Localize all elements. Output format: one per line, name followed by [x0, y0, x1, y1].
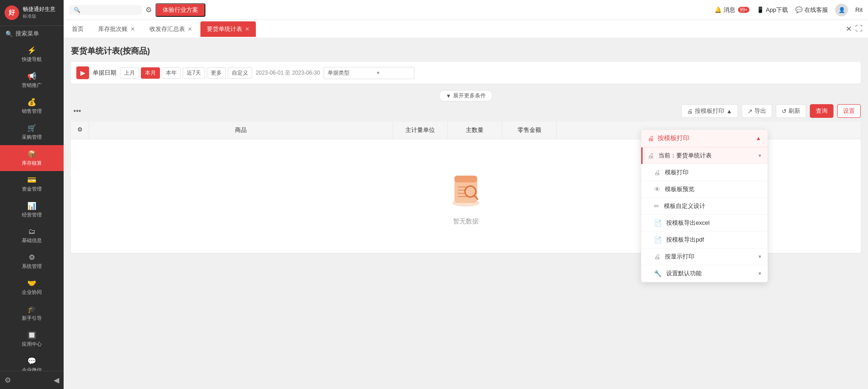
tab-close-all-icon[interactable]: ✕ — [846, 25, 852, 33]
current-template-icon: 🖨 — [648, 152, 654, 159]
collapse-icon[interactable]: ◀ — [54, 376, 59, 384]
app-download-label: App下载 — [766, 6, 788, 14]
tab-shoukuan-close[interactable]: ✕ — [188, 26, 192, 32]
print-current-template[interactable]: 🖨 当前：要货单统计表 ▾ — [641, 147, 768, 164]
export-button[interactable]: ↗ 导出 — [742, 104, 772, 118]
sidebar-label-zijin: 资金管理 — [22, 186, 42, 192]
settings-button[interactable]: 设置 — [837, 104, 861, 118]
empty-icon — [443, 167, 489, 212]
display-print-icon: 🖨 — [654, 253, 660, 260]
sidebar-item-xitong[interactable]: ⚙ 系统管理 — [0, 248, 64, 274]
sidebar-item-jichu[interactable]: 🗂 基础信息 — [0, 223, 64, 248]
default-func-label: 设置默认功能 — [666, 269, 702, 278]
tab-kucun-pici-close[interactable]: ✕ — [130, 26, 135, 32]
refresh-button[interactable]: ↺ 刷新 — [776, 104, 806, 118]
template-excel-item[interactable]: 📄 按模板导出excel — [641, 215, 768, 232]
filter-expand-button[interactable]: ▶ — [76, 66, 89, 79]
jingying-icon: 📊 — [27, 202, 36, 210]
tab-shoukuan[interactable]: 收发存汇总表 ✕ — [143, 21, 199, 37]
date-btn-last7[interactable]: 近7天 — [183, 67, 205, 79]
settings-bottom-icon[interactable]: ⚙ — [5, 376, 11, 384]
weixin-icon: 💬 — [27, 357, 36, 365]
date-btn-custom[interactable]: 自定义 — [228, 67, 252, 79]
date-btn-this-month[interactable]: 本月 — [141, 67, 160, 79]
print-dropdown-arrow-icon: ▲ — [726, 108, 732, 115]
print-dropdown-collapse-icon[interactable]: ▲ — [756, 135, 761, 141]
sidebar-item-kuaijie[interactable]: ⚡ 快捷导航 — [0, 41, 64, 67]
sidebar-item-yingxiao[interactable]: 📢 营销推广 — [0, 67, 64, 93]
sidebar-item-caigou[interactable]: 🛒 采购管理 — [0, 119, 64, 145]
sidebar-item-xinshou[interactable]: 🎓 新手引导 — [0, 300, 64, 326]
default-func-item[interactable]: 🔧 设置默认功能 ▾ — [641, 265, 768, 282]
expand-icon: ▼ — [446, 93, 451, 99]
sidebar-label-jingying: 经营管理 — [22, 212, 42, 218]
tab-home[interactable]: 首页 — [65, 21, 90, 37]
sidebar-item-weixin[interactable]: 💬 企业微信 — [0, 352, 64, 371]
sidebar-item-zijin[interactable]: 💳 资金管理 — [0, 171, 64, 197]
tab-shoukuan-label: 收发存汇总表 — [150, 25, 185, 33]
xinshou-icon: 🎓 — [27, 305, 36, 313]
download-icon: 📱 — [757, 6, 764, 13]
expand-more-button[interactable]: ▼ 展开更多条件 — [439, 90, 493, 101]
display-print-left: 🖨 按显示打印 — [654, 253, 694, 261]
template-print-item[interactable]: 🖨 模板打印 — [641, 164, 768, 181]
jichu-icon: 🗂 — [28, 227, 35, 236]
service-icon: 💬 — [795, 6, 803, 13]
tab-kucun-pici[interactable]: 库存批次账 ✕ — [92, 21, 141, 37]
template-preview-item[interactable]: 👁 模板板预览 — [641, 181, 768, 198]
tab-yaohuo[interactable]: 要货单统计表 ✕ — [200, 21, 256, 37]
display-print-arrow-icon: ▾ — [758, 253, 761, 260]
sidebar-label-xiaoshou: 销售管理 — [22, 108, 42, 115]
trial-button[interactable]: 体验行业方案 — [155, 3, 205, 17]
sidebar-item-jingying[interactable]: 📊 经营管理 — [0, 197, 64, 223]
export-label: 导出 — [754, 107, 766, 115]
sidebar-item-xiaoshou[interactable]: 💰 销售管理 — [0, 93, 64, 119]
app-download-button[interactable]: 📱 App下载 — [757, 6, 788, 14]
empty-text: 暂无数据 — [453, 217, 479, 226]
caigou-icon: 🛒 — [27, 124, 36, 132]
template-design-item[interactable]: ✏ 模板自定义设计 — [641, 198, 768, 215]
user-avatar[interactable]: 👤 — [835, 4, 848, 16]
default-func-arrow-icon: ▾ — [758, 270, 761, 277]
query-button[interactable]: 查询 — [810, 104, 833, 118]
message-button[interactable]: 🔔 消息 99+ — [714, 6, 749, 14]
topbar-search[interactable]: 🔍 — [69, 5, 142, 15]
th-product: 商品 — [89, 121, 393, 139]
display-print-item[interactable]: 🖨 按显示打印 ▾ — [641, 248, 768, 265]
sidebar-label-yingxiao: 营销推广 — [22, 82, 42, 89]
date-btn-last-month[interactable]: 上月 — [120, 67, 139, 79]
template-print-icon: 🖨 — [654, 169, 660, 176]
tabs-bar: 首页 库存批次账 ✕ 收发存汇总表 ✕ 要货单统计表 ✕ ✕ ⛶ — [64, 20, 868, 38]
sidebar-search[interactable]: 🔍 搜索菜单 — [0, 26, 64, 41]
template-excel-label: 按模板导出excel — [666, 219, 709, 227]
avatar-icon: 👤 — [838, 7, 845, 13]
print-icon: 🖨 — [687, 108, 693, 115]
qiye-icon: 🤝 — [27, 279, 36, 288]
print-dropdown-header[interactable]: 🖨 按模板打印 ▲ — [641, 130, 768, 147]
date-range-text: 2023-06-01 至 2023-06-30 — [256, 69, 320, 77]
xiaoshou-icon: 💰 — [27, 98, 36, 106]
sidebar-item-kucun[interactable]: 📦 库存核算 — [0, 145, 64, 171]
sidebar-label-weixin: 企业微信 — [22, 367, 42, 371]
toolbar-right: 🖨 按模板打印 ▲ ↗ 导出 ↺ 刷新 查询 设置 — [681, 104, 861, 118]
topbar-gear-icon[interactable]: ⚙ — [145, 5, 152, 14]
tabs-controls: ✕ ⛶ — [846, 25, 866, 33]
tab-maximize-icon[interactable]: ⛶ — [855, 25, 863, 33]
th-qty: 主数量 — [448, 121, 502, 139]
sidebar-label-xinshou: 新手引导 — [22, 315, 42, 322]
sidebar-item-yingyong[interactable]: 🔲 应用中心 — [0, 326, 64, 352]
sidebar-nav: ⚡ 快捷导航 📢 营销推广 💰 销售管理 🛒 采购管理 📦 库存核算 💳 资金管… — [0, 41, 64, 371]
app-badge: 标准版 — [23, 13, 55, 20]
online-service-button[interactable]: 💬 在线客服 — [795, 6, 828, 14]
tab-yaohuo-close[interactable]: ✕ — [245, 26, 249, 32]
sidebar-item-qiye[interactable]: 🤝 企业协同 — [0, 274, 64, 300]
date-btn-this-year[interactable]: 本年 — [162, 67, 181, 79]
action-more-button[interactable]: ••• — [71, 105, 84, 117]
order-type-select[interactable]: 单据类型 ▾ — [324, 67, 414, 79]
template-pdf-item[interactable]: 📄 按模板导出pdf — [641, 232, 768, 248]
th-settings[interactable]: ⚙ — [71, 121, 89, 139]
sidebar-label-kuaijie: 快捷导航 — [22, 56, 42, 63]
date-btn-more[interactable]: 更多 — [207, 67, 226, 79]
display-print-label: 按显示打印 — [665, 253, 694, 261]
print-template-button[interactable]: 🖨 按模板打印 ▲ — [681, 104, 738, 118]
